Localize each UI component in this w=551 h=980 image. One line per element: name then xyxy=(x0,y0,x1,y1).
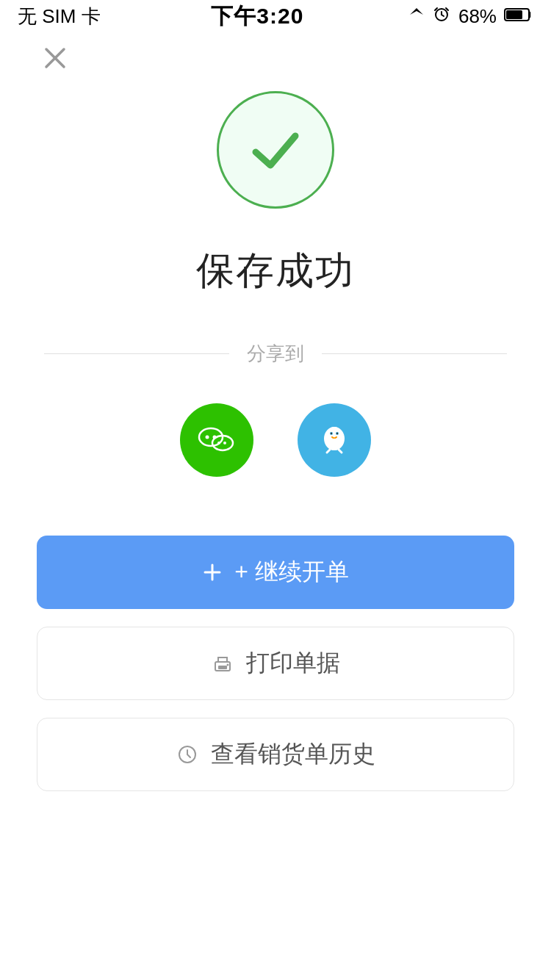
history-icon xyxy=(176,743,199,766)
divider-left xyxy=(44,353,229,354)
svg-rect-4 xyxy=(506,10,522,19)
history-button[interactable]: 查看销货单历史 xyxy=(37,718,514,791)
svg-point-19 xyxy=(327,439,342,450)
svg-point-10 xyxy=(213,436,217,439)
history-label: 查看销货单历史 xyxy=(211,738,375,771)
status-left: 无 SIM 卡 xyxy=(18,4,107,29)
status-bar: 无 SIM 卡 下午3:20 68% xyxy=(0,0,551,32)
print-label: 打印单据 xyxy=(246,647,340,680)
qq-share-button[interactable] xyxy=(298,403,371,477)
status-time: 下午3:20 xyxy=(211,1,303,32)
location-icon xyxy=(408,5,425,28)
print-icon xyxy=(211,652,234,675)
share-divider: 分享到 xyxy=(0,341,551,367)
alarm-icon xyxy=(432,4,451,29)
svg-rect-23 xyxy=(218,666,227,669)
svg-point-17 xyxy=(331,433,332,435)
divider-right xyxy=(322,353,507,354)
continue-label: + 继续开单 xyxy=(234,556,349,588)
svg-point-18 xyxy=(336,433,338,435)
continue-button[interactable]: + 继续开单 xyxy=(37,536,514,609)
svg-line-2 xyxy=(442,15,444,16)
plus-icon xyxy=(202,562,223,583)
battery-icon xyxy=(504,5,533,28)
share-icons-row xyxy=(180,403,371,477)
print-button[interactable]: 打印单据 xyxy=(37,627,514,700)
status-right: 68% xyxy=(408,4,533,29)
success-icon-circle xyxy=(217,91,334,209)
wechat-share-button[interactable] xyxy=(180,403,253,477)
svg-point-12 xyxy=(223,442,226,444)
svg-point-11 xyxy=(217,442,220,444)
svg-point-9 xyxy=(206,436,209,439)
action-buttons: + 继续开单 打印单据 查看销货单历史 xyxy=(0,536,551,791)
battery-text: 68% xyxy=(458,5,497,28)
success-title: 保存成功 xyxy=(196,245,355,297)
svg-point-24 xyxy=(227,664,229,666)
share-label: 分享到 xyxy=(229,341,322,367)
close-button[interactable] xyxy=(37,40,73,76)
main-content: 保存成功 分享到 xyxy=(0,32,551,791)
no-sim-text: 无 SIM 卡 xyxy=(18,4,101,29)
